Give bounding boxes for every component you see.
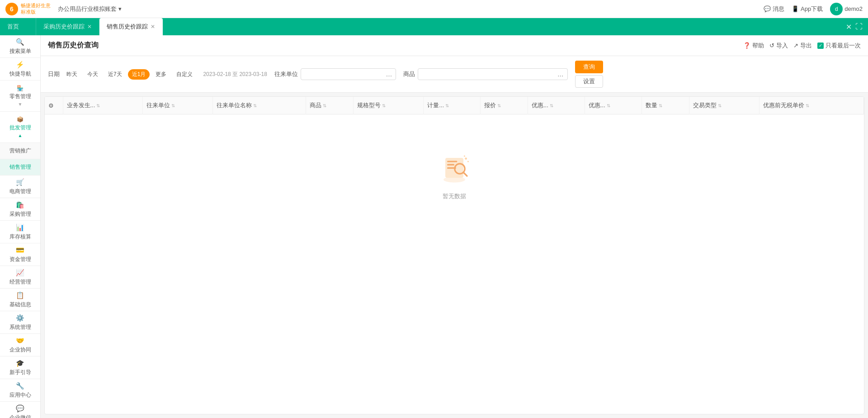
svg-point-8 bbox=[467, 161, 469, 162]
col-discount2-label: 优惠... bbox=[589, 101, 605, 109]
purchase-icon: 🛍️ bbox=[16, 201, 24, 209]
col-discount2[interactable]: 优惠... ⇅ bbox=[585, 97, 642, 114]
chevron-down-icon: ▼ bbox=[18, 102, 23, 107]
sidebar-item-ops-label: 经营管理 bbox=[9, 278, 31, 286]
sidebar-item-marketing[interactable]: 营销推广 bbox=[0, 143, 40, 159]
main-wrapper: 🔍 搜索菜单 ⚡ 快捷导航 🏪 零售管理 ▼ 📦 批发管理 ▲ 营销推广 销售管… bbox=[0, 35, 868, 418]
sidebar-item-retail-mgmt[interactable]: 🏪 零售管理 ▼ bbox=[0, 81, 40, 112]
sidebar-item-enterprise-wechat[interactable]: 💬 企业微信 bbox=[0, 402, 40, 418]
tab-sales-history-label: 销售历史价跟踪 bbox=[107, 23, 148, 31]
sort-icon-counterpart-name: ⇅ bbox=[253, 103, 257, 108]
sidebar-item-wholesale-mgmt[interactable]: 📦 批发管理 ▲ bbox=[0, 112, 40, 143]
sidebar-item-sales-mgmt[interactable]: 销售管理 bbox=[0, 159, 40, 176]
sidebar-item-newbie-label: 新手引导 bbox=[9, 369, 31, 376]
message-button[interactable]: 💬 消息 bbox=[764, 5, 784, 13]
settings-icon: ⚙ bbox=[48, 102, 54, 109]
sidebar-item-basic-info-label: 基础信息 bbox=[9, 301, 31, 309]
col-biz-date[interactable]: 业务发生... ⇅ bbox=[63, 97, 142, 114]
date-btn-more[interactable]: 更多 bbox=[151, 69, 170, 80]
col-counterpart-code-label: 往来单位 bbox=[146, 101, 170, 109]
sidebar-item-system[interactable]: ⚙️ 系统管理 bbox=[0, 311, 40, 334]
page-actions: ❓ 帮助 ↺ 导入 ↗ 导出 ✓ 只看最后一次 bbox=[743, 42, 861, 50]
empty-state: 暂无数据 bbox=[45, 114, 864, 237]
sidebar-item-app-center[interactable]: 🔧 应用中心 bbox=[0, 379, 40, 402]
date-btn-today[interactable]: 今天 bbox=[83, 69, 102, 80]
col-discount1[interactable]: 优惠... ⇅ bbox=[528, 97, 585, 114]
only-last-checkbox[interactable]: ✓ bbox=[817, 43, 824, 49]
tab-purchase-history[interactable]: 采购历史价跟踪 ✕ bbox=[36, 18, 99, 35]
col-unit[interactable]: 计量... ⇅ bbox=[424, 97, 481, 114]
date-btn-yesterday[interactable]: 昨天 bbox=[62, 69, 81, 80]
download-icon: 📱 bbox=[792, 5, 799, 12]
date-btn-custom[interactable]: 自定义 bbox=[172, 69, 197, 80]
col-pre-tax-price[interactable]: 优惠前无税单价 ⇅ bbox=[759, 97, 863, 114]
goods-input[interactable] bbox=[422, 71, 557, 78]
col-trade-type[interactable]: 交易类型 ⇅ bbox=[689, 97, 759, 114]
content-area: 销售历史价查询 ❓ 帮助 ↺ 导入 ↗ 导出 ✓ bbox=[41, 35, 868, 418]
tab-sales-history-close[interactable]: ✕ bbox=[151, 24, 155, 30]
col-spec[interactable]: 规格型号 ⇅ bbox=[353, 97, 423, 114]
tab-sales-history[interactable]: 销售历史价跟踪 ✕ bbox=[99, 18, 163, 35]
empty-row: 暂无数据 bbox=[45, 114, 864, 237]
counterpart-input[interactable] bbox=[305, 71, 386, 78]
page-title-row: 销售历史价查询 ❓ 帮助 ↺ 导入 ↗ 导出 ✓ bbox=[48, 41, 861, 50]
close-window-icon[interactable]: ✕ bbox=[846, 23, 852, 31]
col-quote[interactable]: 报价 ⇅ bbox=[481, 97, 528, 114]
col-discount1-label: 优惠... bbox=[532, 101, 548, 109]
sidebar-item-ops[interactable]: 📈 经营管理 bbox=[0, 266, 40, 289]
sidebar-item-newbie[interactable]: 🎓 新手引导 bbox=[0, 356, 40, 379]
goods-input-wrapper[interactable]: ... bbox=[418, 68, 567, 80]
svg-point-9 bbox=[464, 155, 465, 157]
col-quantity[interactable]: 数量 ⇅ bbox=[642, 97, 689, 114]
retail-icon: 🏪 bbox=[17, 85, 24, 91]
search-icon: 🔍 bbox=[16, 38, 24, 46]
sidebar-item-ecommerce[interactable]: 🛒 电商管理 bbox=[0, 176, 40, 198]
query-button[interactable]: 查询 bbox=[575, 61, 603, 73]
col-counterpart-name-label: 往来单位名称 bbox=[217, 101, 252, 109]
tab-bar-right: ✕ ⛶ bbox=[840, 18, 868, 35]
settings-button[interactable]: 设置 bbox=[575, 75, 603, 88]
col-counterpart-name[interactable]: 往来单位名称 ⇅ bbox=[213, 97, 306, 114]
help-button[interactable]: ❓ 帮助 bbox=[743, 42, 764, 50]
page-header: 销售历史价查询 ❓ 帮助 ↺ 导入 ↗ 导出 ✓ bbox=[41, 35, 868, 56]
tab-home[interactable]: 首页 bbox=[0, 18, 36, 35]
sidebar-item-finance[interactable]: 💳 资金管理 bbox=[0, 243, 40, 266]
logo-area: 6 畅捷通好生意 标准版 bbox=[5, 3, 51, 15]
empty-illustration bbox=[436, 151, 472, 187]
goods-label: 商品 bbox=[403, 70, 415, 78]
ops-icon: 📈 bbox=[16, 269, 24, 277]
app-download-button[interactable]: 📱 App下载 bbox=[792, 5, 823, 13]
tab-purchase-history-close[interactable]: ✕ bbox=[87, 24, 92, 30]
date-btn-last7days[interactable]: 近7天 bbox=[104, 69, 126, 80]
user-name: demo2 bbox=[844, 5, 863, 12]
date-range-display: 2023-02-18 至 2023-03-18 bbox=[203, 71, 267, 77]
empty-svg bbox=[436, 151, 472, 187]
data-table: ⚙ 业务发生... ⇅ 往来单位 ⇅ bbox=[45, 97, 864, 237]
import-button[interactable]: ↺ 导入 bbox=[769, 42, 788, 50]
sort-icon-trade-type: ⇅ bbox=[718, 103, 722, 108]
col-trade-type-label: 交易类型 bbox=[693, 101, 717, 109]
export-button[interactable]: ↗ 导出 bbox=[793, 42, 812, 50]
date-btn-last1month[interactable]: 近1月 bbox=[128, 69, 150, 80]
table-header-row: ⚙ 业务发生... ⇅ 往来单位 ⇅ bbox=[45, 97, 864, 114]
counterpart-label: 往来单位 bbox=[274, 70, 298, 78]
maximize-window-icon[interactable]: ⛶ bbox=[855, 23, 863, 31]
collab-icon: 🤝 bbox=[16, 337, 24, 345]
col-counterpart-code[interactable]: 往来单位 ⇅ bbox=[142, 97, 212, 114]
svg-rect-3 bbox=[447, 164, 454, 166]
sidebar-item-app-center-label: 应用中心 bbox=[9, 391, 31, 399]
sidebar-item-basic-info[interactable]: 📋 基础信息 bbox=[0, 289, 40, 311]
counterpart-input-wrapper[interactable]: ... bbox=[301, 68, 396, 80]
col-quantity-label: 数量 bbox=[646, 101, 657, 109]
col-settings[interactable]: ⚙ bbox=[45, 97, 63, 114]
app-selector[interactable]: 办公用品行业模拟账套 ▾ bbox=[54, 3, 125, 15]
sidebar-item-inventory[interactable]: 📊 库存核算 bbox=[0, 221, 40, 243]
svg-rect-2 bbox=[447, 161, 457, 162]
sidebar-item-purchase[interactable]: 🛍️ 采购管理 bbox=[0, 198, 40, 221]
sidebar-item-search-menu[interactable]: 🔍 搜索菜单 bbox=[0, 35, 40, 58]
only-last-checkbox-label[interactable]: ✓ 只看最后一次 bbox=[817, 42, 861, 50]
sidebar-item-quick-nav[interactable]: ⚡ 快捷导航 bbox=[0, 58, 40, 81]
user-profile[interactable]: d demo2 bbox=[830, 3, 863, 15]
sidebar-item-enterprise-collab[interactable]: 🤝 企业协同 bbox=[0, 334, 40, 356]
col-goods[interactable]: 商品 ⇅ bbox=[306, 97, 354, 114]
